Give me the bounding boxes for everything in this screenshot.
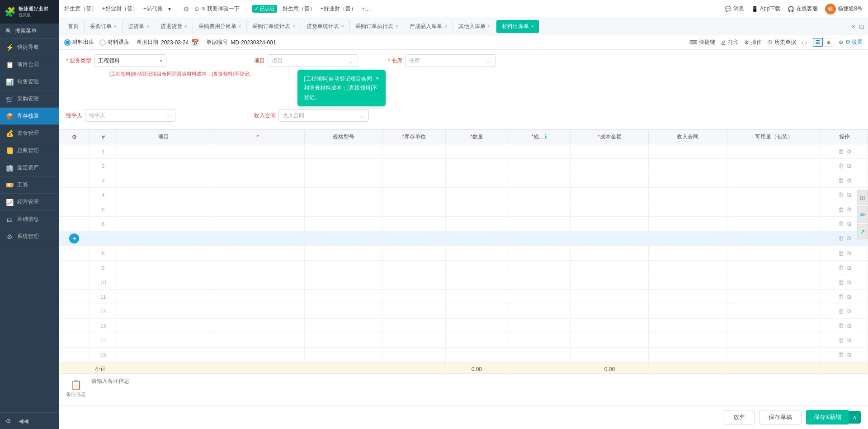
radio-material-return[interactable]: 材料退库 <box>99 38 129 46</box>
delete-row-14[interactable]: 🗑 <box>838 337 844 343</box>
sidebar-item-system[interactable]: ⚙ 系统管理 <box>0 228 59 245</box>
add-row-button[interactable]: + <box>69 234 79 243</box>
topbar-good-finance[interactable]: +好业财（普） <box>102 5 138 13</box>
shortcut-button[interactable]: ⌨ 快捷键 <box>689 38 715 46</box>
copy-row-15[interactable]: ⧉ <box>847 351 851 358</box>
copy-row-11[interactable]: ⧉ <box>847 293 851 300</box>
project-input[interactable]: 项目 … <box>268 54 358 67</box>
delete-row-15[interactable]: 🗑 <box>838 351 844 358</box>
sidebar-item-fixed-assets[interactable]: 🏢 固定资产 <box>0 159 59 176</box>
sidebar-item-payroll[interactable]: 💴 工资 <box>0 176 59 194</box>
copy-row-8[interactable]: ⧉ <box>847 250 851 257</box>
delete-row-7[interactable]: 🗑 <box>838 235 844 242</box>
delete-row-3[interactable]: 🗑 <box>838 177 844 184</box>
delete-row-8[interactable]: 🗑 <box>838 250 844 257</box>
operations-button[interactable]: ⚙ 操作 <box>744 38 762 46</box>
delete-row-1[interactable]: 🗑 <box>838 148 844 155</box>
copy-row-14[interactable]: ⧉ <box>847 337 851 344</box>
delete-row-9[interactable]: 🗑 <box>838 264 844 271</box>
copy-row-9[interactable]: ⧉ <box>847 264 851 272</box>
settings-bottom-icon[interactable]: ⚙ <box>5 417 11 424</box>
notes-input[interactable] <box>91 377 861 390</box>
tab-purchase-expense[interactable]: 采购费用分摊单 × <box>193 20 247 33</box>
tab-close-material-out[interactable]: × <box>531 24 534 29</box>
delete-row-4[interactable]: 🗑 <box>838 191 844 198</box>
tab-close-purchase-exec[interactable]: × <box>396 24 398 29</box>
collapse-icon[interactable]: ◀◀ <box>19 417 28 424</box>
topbar-online-service[interactable]: 🎧 在线客服 <box>788 5 818 13</box>
copy-row-6[interactable]: ⧉ <box>847 220 851 228</box>
save-new-arrow[interactable]: ∧ <box>849 411 861 424</box>
copy-row-13[interactable]: ⧉ <box>847 322 851 329</box>
sidebar-item-finance[interactable]: 💰 资金管理 <box>0 125 59 142</box>
history-button[interactable]: ⏱ 历史单据 <box>767 38 796 46</box>
topbar-certified-badge[interactable]: ✓ 已认证 <box>252 5 277 13</box>
topbar-good-business2[interactable]: 好生意（普） <box>283 5 315 13</box>
delete-row-12[interactable]: 🗑 <box>838 308 844 315</box>
copy-row-4[interactable]: ⧉ <box>847 191 851 199</box>
topbar-gear-icon[interactable]: ⚙ <box>183 5 189 13</box>
sidebar-item-project-contract[interactable]: 📋 项目合同 <box>0 56 59 73</box>
sidebar-item-base-info[interactable]: 🗂 基础信息 <box>0 211 59 228</box>
row-1-project[interactable] <box>117 144 211 159</box>
copy-row-7[interactable]: ⧉ <box>847 235 851 242</box>
handler-input[interactable]: 经手人 … <box>85 109 175 122</box>
sidebar-item-purchase[interactable]: 🛒 采购管理 <box>0 91 59 108</box>
topbar-user[interactable]: 畅 畅捷通8号 <box>825 4 863 14</box>
topbar-good-finance2[interactable]: +好业财（普） <box>321 5 356 13</box>
tab-home[interactable]: 首页 <box>62 20 85 33</box>
delete-row-5[interactable]: 🗑 <box>838 206 844 213</box>
tab-close-purchase-receipt-stat[interactable]: × <box>341 24 344 29</box>
save-new-button[interactable]: 保存&新增 <box>806 410 849 424</box>
delete-row-2[interactable]: 🗑 <box>838 162 844 169</box>
copy-row-1[interactable]: ⧉ <box>847 148 851 155</box>
sidebar-item-inventory[interactable]: 📦 库存核算 <box>0 108 59 125</box>
tab-close-other-receipt[interactable]: × <box>488 24 491 29</box>
row-1-cost-price[interactable] <box>508 144 571 159</box>
sidebar-item-operations[interactable]: 📈 经营管理 <box>0 194 59 211</box>
row-1-income-contract[interactable] <box>649 144 727 159</box>
delete-row-6[interactable]: 🗑 <box>838 220 844 227</box>
row-1-quantity[interactable] <box>445 144 508 159</box>
tab-purchase-receipt[interactable]: 进货单 × <box>123 20 155 33</box>
prev-button[interactable]: ‹ <box>802 39 803 46</box>
tab-close-purchase-order[interactable]: × <box>114 24 117 29</box>
business-type-select[interactable]: 工程领料 ▾ <box>94 54 166 67</box>
col-gear-header[interactable]: ⚙ <box>59 130 90 144</box>
copy-row-5[interactable]: ⧉ <box>847 206 851 213</box>
topbar-easy-agent[interactable]: +易代账 <box>143 5 163 13</box>
tab-minimize[interactable]: ⊟ <box>859 23 864 30</box>
topbar-good-business[interactable]: 好生意（普） <box>64 5 97 13</box>
delete-row-11[interactable]: 🗑 <box>838 293 844 300</box>
warehouse-input[interactable]: 仓库 … <box>405 54 495 67</box>
tab-other-receipt[interactable]: 其他入库单 × <box>453 20 496 33</box>
tab-purchase-order[interactable]: 采购订单 × <box>85 20 123 33</box>
radio-material-out[interactable]: 材料出库 <box>64 38 94 46</box>
tooltip-close-button[interactable]: × <box>376 73 379 83</box>
copy-row-10[interactable]: ⧉ <box>847 279 851 286</box>
copy-row-2[interactable]: ⧉ <box>847 162 851 170</box>
row-1-unit[interactable] <box>383 144 445 159</box>
settings-button[interactable]: ⚙ ⚙ 设置 <box>839 38 863 46</box>
topbar-experience[interactable]: ⊙ ⊙ 我要体验一下 <box>194 5 240 13</box>
sidebar-item-sales[interactable]: 📊 销售管理 <box>0 73 59 91</box>
sidebar-search[interactable]: 🔍 搜索菜单 <box>0 24 59 39</box>
copy-row-12[interactable]: ⧉ <box>847 308 851 315</box>
copy-row-3[interactable]: ⧉ <box>847 177 851 184</box>
tab-close-all[interactable]: × <box>851 23 855 31</box>
tab-close-purchase-order-stat[interactable]: × <box>292 24 295 29</box>
tab-close-purchase-receipt[interactable]: × <box>146 24 149 29</box>
tab-close-purchase-expense[interactable]: × <box>239 24 241 29</box>
tab-purchase-receipt-stat[interactable]: 进货单统计表 × <box>301 20 350 33</box>
calendar-icon[interactable]: 📅 <box>191 39 199 46</box>
topbar-message[interactable]: 💬 消息 <box>725 5 744 13</box>
view-grid-button[interactable]: ⊞ <box>824 38 833 47</box>
topbar-more-dropdown[interactable]: ▾ <box>168 6 171 12</box>
row-1-spec[interactable] <box>305 144 383 159</box>
sidebar-item-ledger[interactable]: 📒 总账管理 <box>0 142 59 159</box>
row-1-available[interactable] <box>727 144 821 159</box>
right-fixed-btn-2[interactable]: ✏ <box>857 206 868 223</box>
tab-purchase-exec[interactable]: 采购订单执行表 × <box>350 20 404 33</box>
delete-row-13[interactable]: 🗑 <box>838 322 844 329</box>
next-button[interactable]: › <box>805 39 807 46</box>
